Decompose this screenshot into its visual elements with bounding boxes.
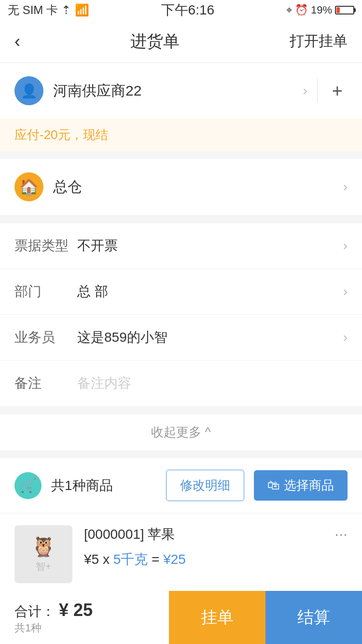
status-time: 下午6:16 [161,1,215,19]
checkout-button[interactable]: 结算 [265,591,362,644]
add-product-icon: 🛍 [267,478,280,493]
location-icon: ⌖ [286,4,292,16]
supplier-section: 👤 河南供应商22 › + 应付-20元，现结 [0,63,362,151]
edit-detail-button[interactable]: 修改明细 [166,470,244,501]
product-icon: 🛒 [14,472,42,499]
salesperson-label: 业务员 [14,328,72,347]
total-amount: ¥ 25 [59,600,93,620]
product-thumbnail: 🦉 智+ [14,525,72,583]
remark-label: 备注 [14,374,72,392]
page-title: 进货单 [130,30,180,53]
supplier-row[interactable]: 👤 河南供应商22 › + [0,63,362,119]
warehouse-section: 🏠 总仓 › [0,159,362,215]
collapse-button[interactable]: 收起更多 ^ [0,414,362,450]
total-label: 合计： [14,602,55,621]
status-left: 无 SIM 卡 ⇡ 📶 [8,2,89,18]
product-title: 苹果 [148,527,175,542]
product-id: [0000001] [84,527,144,542]
open-hang-button[interactable]: 打开挂单 [290,31,348,51]
avatar-icon: 👤 [21,83,38,99]
status-bar: 无 SIM 卡 ⇡ 📶 下午6:16 ⌖ ⏰ 19% [0,0,362,20]
salesperson-chevron-icon: › [343,330,348,345]
quantity: 5千克 [113,552,148,567]
supplier-separator [317,79,318,103]
sim-status: 无 SIM 卡 ⇡ [8,2,71,18]
select-product-label: 选择商品 [284,477,334,494]
product-info: [0000001] 苹果 ¥5 x 5千克 = ¥25 [84,525,323,569]
total-price: ¥25 [163,552,186,567]
product-name: [0000001] 苹果 [84,525,323,544]
battery-icon [335,6,354,14]
product-item: 🦉 智+ [0000001] 苹果 ¥5 x 5千克 = ¥25 ··· [0,514,362,595]
product-thumb-inner: 🦉 智+ [31,535,56,573]
warehouse-name: 总仓 [53,177,343,197]
total-section: 合计： ¥ 25 共1种 [0,591,169,644]
status-right: ⌖ ⏰ 19% [286,4,354,16]
collapse-label: 收起更多 ^ [151,424,210,441]
product-count: 共1种商品 [51,476,156,495]
supplier-notice: 应付-20元，现结 [0,119,362,151]
form-section: 票据类型 不开票 › 部门 总 部 › 业务员 这是859的小智 › 备注 备注… [0,223,362,406]
department-label: 部门 [14,282,72,301]
total-main: 合计： ¥ 25 [14,600,154,621]
warehouse-icon: 🏠 [14,172,43,201]
invoice-value: 不开票 [77,237,343,255]
department-row[interactable]: 部门 总 部 › [0,268,362,314]
supplier-chevron-icon: › [303,83,307,98]
wifi-icon: 📶 [75,3,89,17]
invoice-row[interactable]: 票据类型 不开票 › [0,223,362,268]
equals-sign: = [152,552,163,567]
total-sub: 共1种 [14,621,154,635]
product-price: ¥5 x 5千克 = ¥25 [84,550,323,569]
cart-icon: 🛒 [20,477,37,493]
price-times: x [103,552,113,567]
select-product-button[interactable]: 🛍 选择商品 [254,470,348,501]
back-button[interactable]: ‹ [14,31,20,52]
supplier-name: 河南供应商22 [53,81,303,101]
brand-label: 智+ [36,560,51,573]
supplier-avatar: 👤 [14,76,43,105]
owl-icon: 🦉 [31,535,56,558]
invoice-chevron-icon: › [343,238,348,253]
warehouse-chevron-icon: › [343,179,348,195]
unit-price: ¥5 [84,552,99,567]
department-value: 总 部 [77,282,343,301]
department-chevron-icon: › [343,284,348,299]
supplier-add-button[interactable]: + [327,81,348,101]
alarm-icon: ⏰ [295,4,308,16]
product-header: 🛒 共1种商品 修改明细 🛍 选择商品 [0,458,362,513]
remark-row[interactable]: 备注 备注内容 [0,360,362,406]
salesperson-value: 这是859的小智 [77,328,343,347]
invoice-label: 票据类型 [14,237,72,255]
remark-input[interactable]: 备注内容 [77,374,348,392]
hang-button[interactable]: 挂单 [169,591,265,644]
nav-bar: ‹ 进货单 打开挂单 [0,20,362,63]
battery-percentage: 19% [311,4,332,16]
product-more-button[interactable]: ··· [334,525,348,543]
bottom-bar: 合计： ¥ 25 共1种 挂单 结算 [0,591,362,644]
salesperson-row[interactable]: 业务员 这是859的小智 › [0,314,362,360]
warehouse-row[interactable]: 🏠 总仓 › [0,159,362,215]
